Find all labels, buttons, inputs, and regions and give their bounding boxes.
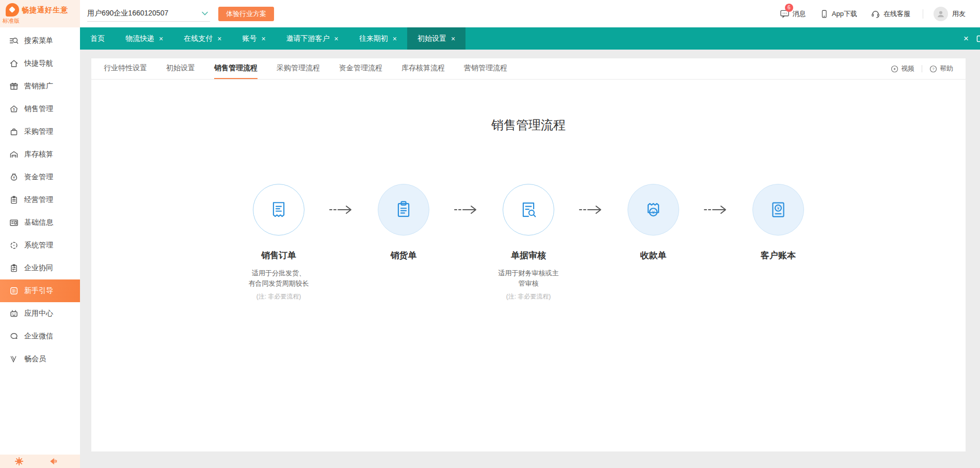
sidebar-item-label: 搜索菜单	[24, 36, 53, 45]
fullscreen-icon[interactable]	[976, 34, 980, 43]
app-download-label: App下载	[832, 9, 857, 19]
sidebar-item-funds[interactable]: ¥ 资金管理	[0, 166, 80, 189]
help-link[interactable]: ? 帮助	[929, 64, 953, 73]
sidebar-item-label: 基础信息	[24, 218, 53, 227]
phone-icon	[820, 9, 829, 19]
tab-label: 物流快递	[125, 34, 154, 43]
sidebar-item-label: 营销推广	[24, 82, 53, 91]
arrow-icon	[570, 205, 612, 215]
sidebar-item-label: 采购管理	[24, 127, 53, 136]
online-service-button[interactable]: 在线客服	[871, 9, 910, 19]
app-download-button[interactable]: App下载	[820, 9, 857, 19]
step-note: (注: 非必要流程)	[506, 292, 551, 301]
newbie-icon: 新	[9, 286, 19, 295]
step-label: 收款单	[640, 249, 667, 261]
sidebar-item-operations[interactable]: 经营管理	[0, 189, 80, 211]
avatar[interactable]	[934, 7, 948, 21]
sidebar-item-label: 快捷导航	[24, 59, 53, 68]
sidebar-item-label: 资金管理	[24, 173, 53, 182]
payment-receipt-icon: ¥	[642, 198, 665, 221]
gear-icon[interactable]	[14, 457, 24, 466]
subnav-inventory-flow[interactable]: 库存核算流程	[401, 58, 445, 79]
sidebar-item-quick-nav[interactable]: 快捷导航	[0, 52, 80, 75]
close-icon[interactable]: ×	[451, 35, 455, 43]
sidebar-item-wechat-work[interactable]: 企业微信	[0, 325, 80, 348]
video-play-icon	[891, 65, 898, 73]
clipboard-icon	[9, 195, 19, 205]
dashed-circle-icon	[9, 241, 19, 250]
svg-text:新: 新	[12, 289, 16, 293]
tab-account[interactable]: 账号 ×	[232, 27, 276, 50]
tab-label: 初始设置	[417, 34, 446, 43]
warehouse-icon	[9, 150, 19, 159]
subnav-initial-settings[interactable]: 初始设置	[166, 58, 195, 79]
sidebar-item-newbie-guide[interactable]: 新 新手引导	[0, 279, 80, 302]
sidebar-item-label: 销售管理	[24, 104, 53, 114]
svg-text:¥: ¥	[13, 176, 15, 179]
header-divider	[923, 9, 923, 19]
step-label: 销售订单	[261, 249, 296, 261]
sidebar-item-label: 应用中心	[24, 309, 53, 318]
step-description: 适用于财务审核或主 管审核	[499, 268, 559, 289]
account-dropdown-value: 用户690企业1660120507	[87, 9, 168, 18]
svg-text:¥: ¥	[777, 206, 780, 211]
sidebar-item-purchase[interactable]: 采购管理	[0, 120, 80, 143]
sidebar-item-basic-info[interactable]: 基础信息	[0, 211, 80, 234]
sidebar-item-sales[interactable]: $ 销售管理	[0, 98, 80, 120]
sidebar-item-member[interactable]: 畅会员	[0, 348, 80, 370]
profile-name[interactable]: 用友	[952, 9, 966, 19]
sidebar-item-label: 企业协同	[24, 263, 53, 273]
flow-step-customer-ledger: ¥ 客户账本	[736, 184, 820, 261]
tab-home[interactable]: 首页	[80, 27, 115, 50]
person-icon	[936, 9, 945, 19]
subnav-marketing-flow[interactable]: 营销管理流程	[464, 58, 507, 79]
subnav-purchase-flow[interactable]: 采购管理流程	[277, 58, 320, 79]
sidebar-item-collaboration[interactable]: 企业协同	[0, 257, 80, 279]
subnav-sales-flow[interactable]: 销售管理流程	[214, 58, 258, 79]
subnav-funds-flow[interactable]: 资金管理流程	[339, 58, 382, 79]
sales-house-icon: $	[9, 104, 19, 114]
subnav-industry-settings[interactable]: 行业特性设置	[104, 58, 147, 79]
messages-label: 消息	[793, 9, 806, 19]
sound-icon[interactable]	[49, 457, 58, 466]
sidebar-item-label: 系统管理	[24, 241, 53, 250]
tab-label: 首页	[90, 34, 105, 43]
tab-invite-customers[interactable]: 邀请下游客户 ×	[276, 27, 349, 50]
tab-online-payment[interactable]: 在线支付 ×	[173, 27, 232, 50]
close-icon[interactable]: ×	[159, 35, 163, 43]
tab-initial-settings[interactable]: 初始设置 ×	[407, 27, 465, 50]
headset-icon	[871, 9, 880, 19]
sidebar-item-system[interactable]: 系统管理	[0, 234, 80, 257]
step-label: 单据审核	[511, 249, 546, 261]
sidebar-item-inventory[interactable]: 库存核算	[0, 143, 80, 166]
flow-step-sales-delivery: 销货单	[362, 184, 445, 261]
video-link[interactable]: 视频	[891, 64, 914, 73]
video-label: 视频	[901, 64, 914, 73]
flow-step-doc-review: 单据审核 适用于财务审核或主 管审核 (注: 非必要流程)	[487, 184, 570, 301]
industry-plan-button[interactable]: 体验行业方案	[218, 7, 274, 21]
arrow-icon	[445, 205, 487, 215]
sidebar-menu: 搜索菜单 快捷导航 营销推广 $ 销售管理 采购管理 库存核算 ¥ 资金管理 经…	[0, 27, 80, 370]
account-dropdown[interactable]: 用户690企业1660120507	[87, 6, 210, 22]
tabbar-actions: ×	[963, 27, 980, 50]
sidebar-bottom-bar	[0, 455, 80, 468]
step-circle: ¥	[628, 184, 679, 236]
clipboard-icon	[392, 198, 415, 221]
tab-opening-balance[interactable]: 往来期初 ×	[349, 27, 407, 50]
close-icon[interactable]: ×	[393, 35, 397, 43]
svg-text:?: ?	[932, 67, 935, 71]
tab-logistics[interactable]: 物流快递 ×	[115, 27, 173, 50]
brand-logo-icon	[6, 3, 19, 17]
sidebar: 畅捷通好生意 标准版 搜索菜单 快捷导航 营销推广 $ 销售管理 采购管理 库存…	[0, 0, 80, 468]
sidebar-item-app-center[interactable]: 应用中心	[0, 302, 80, 325]
customer-ledger-icon: ¥	[767, 198, 790, 221]
close-all-icon[interactable]: ×	[963, 34, 969, 44]
sidebar-item-marketing[interactable]: 营销推广	[0, 75, 80, 98]
chat-bubble-icon	[9, 332, 19, 341]
sidebar-item-label: 经营管理	[24, 195, 53, 205]
close-icon[interactable]: ×	[334, 35, 339, 43]
messages-button[interactable]: 消息 6	[780, 9, 806, 19]
close-icon[interactable]: ×	[261, 35, 265, 43]
sidebar-item-search-menu[interactable]: 搜索菜单	[0, 29, 80, 52]
close-icon[interactable]: ×	[217, 35, 221, 43]
